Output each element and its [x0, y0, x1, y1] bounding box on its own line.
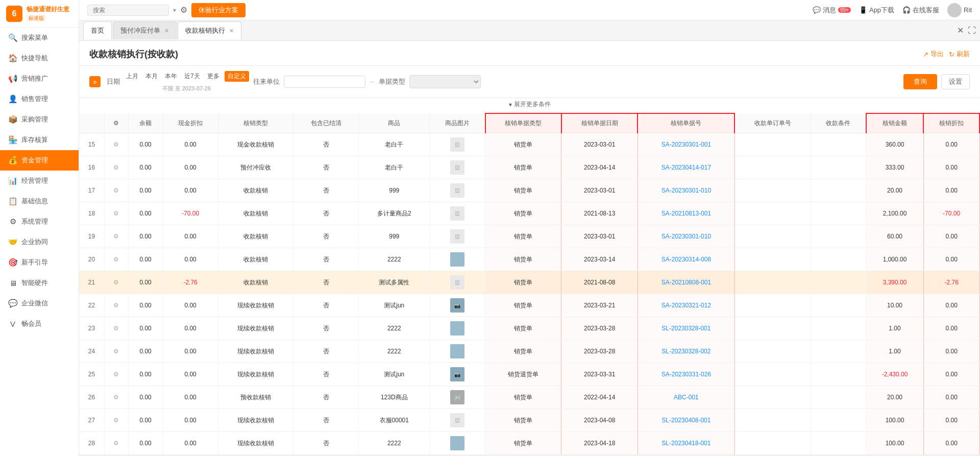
cell-settings-9[interactable]: ⚙ [105, 340, 129, 363]
cell-amount-8: 1.00 [866, 317, 923, 340]
search-input[interactable] [87, 5, 169, 16]
filter-expand-btn[interactable]: » [89, 76, 101, 87]
bill-no-link-8[interactable]: SL-20230328-001 [662, 325, 710, 332]
sidebar-label-3: 销售管理 [21, 94, 48, 104]
tab-close-1[interactable]: ✕ [164, 28, 169, 34]
bill-no-link-5[interactable]: SA-20230314-008 [662, 256, 711, 263]
cell-settings-8[interactable]: ⚙ [105, 317, 129, 340]
bill-no-link-3[interactable]: SA-20210813-001 [662, 210, 711, 217]
close-tab-btn[interactable]: ✕ [957, 26, 964, 35]
cell-bill_no-2[interactable]: SA-20230301-010 [638, 179, 734, 202]
date-custom-btn[interactable]: 自定义 [225, 71, 249, 82]
cell-discount-1: 0.00 [923, 156, 979, 179]
cell-settings-12[interactable]: ⚙ [105, 409, 129, 432]
message-item[interactable]: 💬 消息 99+ [813, 6, 851, 15]
bill-no-link-2[interactable]: SA-20230301-010 [662, 187, 711, 194]
tab-1[interactable]: 预付冲应付单✕ [113, 21, 177, 39]
cell-bill_no-8[interactable]: SL-20230328-001 [638, 317, 734, 340]
bill-no-link-12[interactable]: SL-20230408-001 [662, 417, 710, 424]
bill-no-link-10[interactable]: SA-20230331-026 [662, 371, 711, 378]
date-this-year[interactable]: 本年 [163, 71, 179, 82]
sidebar-item-企业微信[interactable]: 💬 企业微信 [0, 293, 79, 314]
bill-no-link-6[interactable]: SA-20210808-001 [662, 279, 711, 286]
date-7days[interactable]: 近7天 [182, 71, 202, 82]
cell-settings-7[interactable]: ⚙ [105, 294, 129, 317]
tab-2[interactable]: 收款核销执行✕ [178, 21, 241, 39]
sidebar-item-快捷导航[interactable]: 🏠 快捷导航 [0, 48, 79, 68]
sidebar-item-库存核算[interactable]: 🏪 库存核算 [0, 130, 79, 150]
cell-settings-10[interactable]: ⚙ [105, 363, 129, 386]
expand-more-btn[interactable]: ▾ 展开更多条件 [509, 100, 551, 109]
bill-no-link-9[interactable]: SL-20230328-002 [662, 348, 710, 355]
fullscreen-btn[interactable]: ⛶ [968, 26, 976, 35]
sidebar-item-畅会员[interactable]: V 畅会员 [0, 314, 79, 334]
cell-settings-4[interactable]: ⚙ [105, 225, 129, 248]
export-btn[interactable]: ↗ 导出 [923, 50, 944, 59]
query-btn[interactable]: 查询 [903, 74, 937, 89]
col-header-included: 包含已结清 [293, 113, 359, 133]
bill-no-link-13[interactable]: SL-20230418-001 [662, 440, 710, 447]
cell-bill_no-0[interactable]: SA-20230301-001 [638, 133, 734, 156]
cell-bill_no-13[interactable]: SL-20230418-001 [638, 432, 734, 455]
cell-bill_no-4[interactable]: SA-20230301-010 [638, 225, 734, 248]
cell-amount-3: 2,100.00 [866, 202, 923, 225]
bill-no-link-7[interactable]: SA-20230321-012 [662, 302, 711, 309]
date-this-month[interactable]: 本月 [143, 71, 160, 82]
cell-bill_no-3[interactable]: SA-20210813-001 [638, 202, 734, 225]
date-more[interactable]: 更多 [205, 71, 222, 82]
user-info[interactable]: Rit [947, 3, 972, 17]
sidebar-item-基础信息[interactable]: 📋 基础信息 [0, 191, 79, 211]
bill-no-link-0[interactable]: SA-20230301-001 [662, 141, 711, 148]
gear-icon[interactable]: ⚙ [180, 5, 187, 15]
row-id-0: 15 [79, 133, 105, 156]
bill-no-link-1[interactable]: SA-20230414-017 [662, 164, 711, 171]
bill-type-select[interactable] [409, 75, 481, 88]
sidebar-item-系统管理[interactable]: ⚙ 系统管理 [0, 211, 79, 232]
cell-settings-2[interactable]: ⚙ [105, 179, 129, 202]
online-service-item[interactable]: 🎧 在线客服 [902, 6, 939, 15]
sidebar-item-采购管理[interactable]: 📦 采购管理 [0, 109, 79, 130]
sidebar-item-销售管理[interactable]: 👤 销售管理 [0, 89, 79, 109]
cell-bill_no-6[interactable]: SA-20210808-001 [638, 271, 734, 294]
filter-more-dots: ··· [370, 78, 375, 85]
col-header-type: 核销类型 [218, 113, 293, 133]
sidebar-item-经营管理[interactable]: 📊 经营管理 [0, 171, 79, 191]
cell-balance-4: 0.00 [128, 225, 163, 248]
cell-bill_no-7[interactable]: SA-20230321-012 [638, 294, 734, 317]
tab-0[interactable]: 首页 [83, 21, 112, 39]
cell-bill_no-10[interactable]: SA-20230331-026 [638, 363, 734, 386]
sidebar-item-搜索菜单[interactable]: 🔍 搜索菜单 [0, 28, 79, 48]
cell-settings-1[interactable]: ⚙ [105, 156, 129, 179]
sidebar-icon-3: 👤 [8, 94, 17, 104]
bill-no-link-11[interactable]: ABC-001 [674, 394, 699, 401]
cell-bill_no-11[interactable]: ABC-001 [638, 386, 734, 409]
cell-bill_no-9[interactable]: SL-20230328-002 [638, 340, 734, 363]
cell-settings-0[interactable]: ⚙ [105, 133, 129, 156]
industry-btn[interactable]: 休验行业方案 [191, 3, 246, 17]
cell-bill_no-1[interactable]: SA-20230414-017 [638, 156, 734, 179]
sidebar-item-营销推广[interactable]: 📢 营销推广 [0, 68, 79, 89]
tab-close-2[interactable]: ✕ [229, 28, 234, 34]
settings-btn[interactable]: 设置 [941, 74, 970, 89]
cell-settings-3[interactable]: ⚙ [105, 202, 129, 225]
cell-settings-11[interactable]: ⚙ [105, 386, 129, 409]
cell-recv_order_no-9 [734, 340, 811, 363]
app-download-item[interactable]: 📱 App下载 [859, 6, 894, 15]
bill-no-link-4[interactable]: SA-20230301-010 [662, 233, 711, 240]
sidebar-item-企业协同[interactable]: 🤝 企业协同 [0, 232, 79, 252]
cell-amount-4: 60.00 [866, 225, 923, 248]
refresh-btn[interactable]: ↻ 刷新 [949, 50, 970, 59]
cell-goods-5: 2222 [359, 248, 430, 271]
sidebar-item-新手引导[interactable]: 🎯 新手引导 [0, 252, 79, 273]
table-row: 28⚙0.000.00现续收款核销否2222销货单2023-04-18SL-20… [79, 432, 979, 455]
sidebar-item-资金管理[interactable]: 💰 资金管理 [0, 150, 79, 171]
sidebar-item-智能硬件[interactable]: 🖥 智能硬件 [0, 273, 79, 293]
col-header-recv_order_no: 收款单订单号 [734, 113, 811, 133]
cell-bill_no-5[interactable]: SA-20230314-008 [638, 248, 734, 271]
date-prev-month[interactable]: 上月 [124, 71, 140, 82]
cell-settings-6[interactable]: ⚙ [105, 271, 129, 294]
unit-input[interactable] [284, 76, 365, 88]
cell-bill_no-12[interactable]: SL-20230408-001 [638, 409, 734, 432]
cell-settings-5[interactable]: ⚙ [105, 248, 129, 271]
cell-settings-13[interactable]: ⚙ [105, 432, 129, 455]
